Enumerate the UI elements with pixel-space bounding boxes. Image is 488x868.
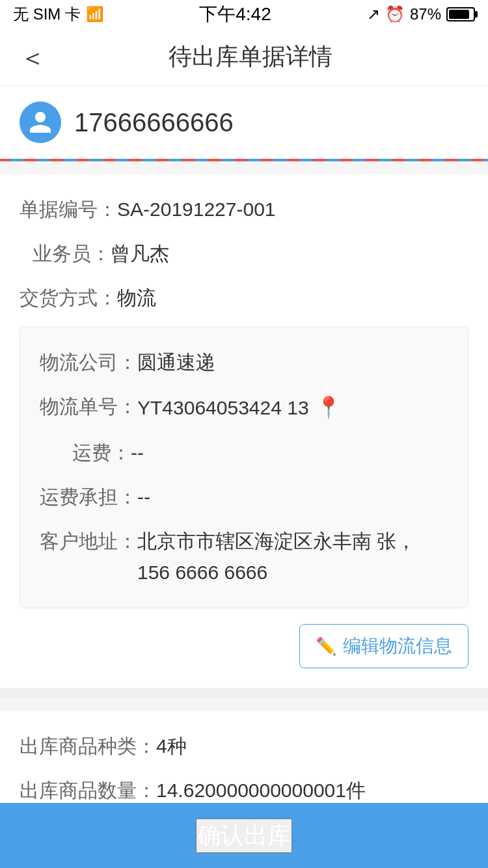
avatar (20, 102, 61, 143)
battery-text: 87% (410, 5, 441, 23)
tracking-no-row: 物流单号： YT43064053424 13 📍 (40, 391, 448, 424)
product-quantity-label: 出库商品数量： (20, 775, 156, 806)
address-value: 北京市市辖区海淀区永丰南 张，156 6666 6666 (137, 526, 448, 588)
freight-bearer-label: 运费承担： (40, 481, 137, 513)
logistics-company-label: 物流公司： (40, 347, 137, 378)
carrier-text: 无 SIM 卡 (13, 4, 81, 25)
edit-logistics-button[interactable]: ✏️ 编辑物流信息 (299, 624, 468, 668)
address-label: 客户地址： (40, 526, 137, 557)
status-right: ↗ ⏰ 87% (367, 5, 475, 23)
delivery-row: 交货方式： 物流 (20, 282, 468, 314)
order-no-row: 单据编号： SA-20191227-001 (20, 194, 468, 225)
battery-icon (446, 7, 475, 21)
tracking-no-label: 物流单号： (40, 391, 137, 422)
status-time: 下午4:42 (199, 2, 271, 27)
logistics-card: 物流公司： 圆通速递 物流单号： YT43064053424 13 📍 运费： … (20, 327, 468, 608)
separator (0, 688, 488, 698)
location-pin-icon[interactable]: 📍 (316, 391, 342, 424)
product-types-row: 出库商品种类： 4种 (20, 731, 468, 762)
freight-label: 运费： (40, 437, 131, 468)
freight-value: -- (131, 437, 448, 468)
status-left: 无 SIM 卡 📶 (13, 4, 103, 25)
logistics-company-row: 物流公司： 圆通速递 (40, 347, 448, 378)
freight-row: 运费： -- (40, 437, 448, 468)
order-info-section: 单据编号： SA-20191227-001 业务员： 曾凡杰 交货方式： 物流 … (0, 174, 488, 688)
nav-bar: ＜ 待出库单据详情 (0, 29, 488, 86)
tracking-no-value: YT43064053424 13 📍 (137, 391, 448, 424)
confirm-outbound-button[interactable]: 确认出库 (196, 819, 292, 853)
salesperson-label: 业务员： (20, 238, 111, 269)
customer-header: 17666666666 (0, 86, 488, 161)
freight-bearer-value: -- (137, 481, 448, 513)
delivery-value: 物流 (117, 282, 468, 314)
avatar-icon (27, 109, 53, 135)
salesperson-value: 曾凡杰 (111, 238, 468, 269)
address-row: 客户地址： 北京市市辖区海淀区永丰南 张，156 6666 6666 (40, 526, 448, 588)
product-quantity-value: 14.620000000000001件 (156, 775, 468, 806)
bottom-action-bar: 确认出库 (0, 803, 488, 868)
edit-logistics-container: ✏️ 编辑物流信息 (20, 624, 468, 668)
edit-icon: ✏️ (316, 636, 336, 657)
customer-phone: 17666666666 (74, 108, 234, 137)
product-types-label: 出库商品种类： (20, 731, 156, 762)
delivery-label: 交货方式： (20, 282, 117, 314)
status-bar: 无 SIM 卡 📶 下午4:42 ↗ ⏰ 87% (0, 0, 488, 29)
back-button[interactable]: ＜ (20, 44, 59, 70)
freight-bearer-row: 运费承担： -- (40, 481, 448, 513)
wifi-icon: 📶 (86, 6, 103, 23)
tracking-no-text: YT43064053424 13 (137, 392, 309, 424)
order-no-label: 单据编号： (20, 194, 117, 225)
product-quantity-row: 出库商品数量： 14.620000000000001件 (20, 775, 468, 806)
salesperson-row: 业务员： 曾凡杰 (20, 238, 468, 269)
page-title: 待出库单据详情 (59, 41, 442, 73)
location-status-icon: ↗ (367, 5, 380, 23)
order-no-value: SA-20191227-001 (117, 194, 468, 225)
product-types-value: 4种 (156, 731, 468, 762)
edit-logistics-label: 编辑物流信息 (343, 634, 452, 658)
alarm-icon: ⏰ (385, 5, 405, 23)
logistics-company-value: 圆通速递 (137, 347, 448, 378)
